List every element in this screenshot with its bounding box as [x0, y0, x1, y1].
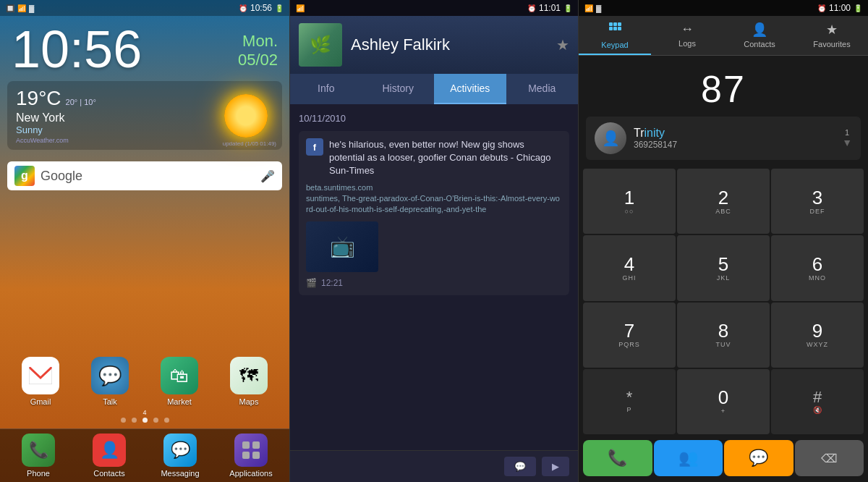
contact-status-left: 📶: [296, 4, 305, 12]
contact-badge-arrow: ▼: [842, 137, 852, 148]
wifi-icon: ▓: [29, 4, 34, 12]
gmail-label: Gmail: [30, 397, 51, 406]
tab-logs[interactable]: ↔ Logs: [651, 16, 723, 55]
key-7[interactable]: 7 PQRS: [583, 303, 676, 368]
applications-dock-item[interactable]: Applications: [216, 434, 286, 478]
key-9[interactable]: 9 WXYZ: [771, 303, 864, 368]
contact-screen: 📶 ⏰ 11:01 🔋 🌿 Ashley Falkirk ★ Info Hist…: [289, 0, 579, 482]
dot-2[interactable]: [132, 418, 137, 423]
status-right: ⏰ 10:56 🔋: [239, 3, 284, 13]
talk-label: Talk: [103, 397, 117, 406]
sim-icon: 🔲: [6, 4, 14, 12]
key-0[interactable]: 0 +: [677, 369, 770, 434]
dot-1[interactable]: [121, 418, 126, 423]
dialer-screen: 📶 ▓ ⏰ 11:00 🔋 Keypad ↔: [579, 0, 868, 482]
contact-preview-info: Trinity 369258147: [634, 127, 835, 150]
dot-3-active[interactable]: 4: [142, 418, 148, 423]
dot-badge: 4: [142, 409, 146, 416]
key-3[interactable]: 3 DEF: [771, 169, 864, 234]
tab-history[interactable]: History: [362, 74, 435, 104]
contact-badge-num: 1: [845, 128, 849, 137]
keypad-tab-label: Keypad: [601, 41, 628, 49]
contacts-dock-item[interactable]: 👤 Contacts: [74, 434, 145, 478]
call-button[interactable]: 📞: [583, 440, 652, 476]
weather-source: AccuWeather.com: [16, 137, 224, 144]
tab-keypad[interactable]: Keypad: [579, 16, 651, 55]
weather-condition: Sunny: [16, 124, 224, 135]
key-5[interactable]: 5 JKL: [677, 235, 770, 300]
weather-info: 19°C 20° | 10° New York Sunny AccuWeathe…: [16, 87, 224, 144]
talk-app-icon[interactable]: 💬 Talk: [77, 357, 143, 406]
key-9-sub: WXYZ: [807, 341, 828, 348]
comment-button[interactable]: 💬: [504, 457, 536, 476]
weather-updated: updated (1/05 01:49): [223, 140, 276, 147]
dialer-contacts-icon: 👥: [678, 449, 698, 468]
market-app-icon[interactable]: 🛍 Market: [146, 357, 213, 406]
google-search-text: Google: [41, 169, 255, 184]
keypad-tab-icon: [608, 22, 621, 38]
weather-temp: 19°C: [16, 87, 61, 110]
activity-thumbnail[interactable]: 📺: [306, 221, 378, 272]
thumbnail-image: 📺: [306, 221, 378, 272]
key-8[interactable]: 8 TUV: [677, 303, 770, 368]
key-2[interactable]: 2 ABC: [677, 169, 770, 234]
tab-media[interactable]: Media: [506, 74, 579, 104]
activity-card-header: f he's hilarious, even better now! New g…: [306, 138, 562, 178]
maps-app-icon[interactable]: 🗺 Maps: [216, 357, 282, 406]
key-7-sub: PQRS: [618, 341, 640, 348]
key-5-main: 5: [718, 255, 728, 274]
logs-tab-icon: ↔: [681, 22, 694, 37]
home-status-bar: 🔲 📶 ▓ ⏰ 10:56 🔋: [0, 0, 289, 16]
key-4-sub: GHI: [622, 274, 636, 282]
key-9-main: 9: [812, 321, 822, 340]
dot-5[interactable]: [164, 418, 169, 423]
contact-time: 11:01: [539, 3, 561, 13]
key-4[interactable]: 4 GHI: [583, 235, 676, 300]
favourites-tab-icon: ★: [826, 22, 838, 38]
battery-icon: 🔋: [275, 4, 284, 12]
market-label: Market: [167, 397, 192, 406]
message-button[interactable]: 💬: [724, 440, 793, 476]
key-6-main: 6: [812, 255, 822, 274]
tab-favourites[interactable]: ★ Favourites: [796, 16, 868, 55]
key-hash-main: #: [813, 389, 822, 405]
key-hash[interactable]: # 🔇: [771, 369, 864, 434]
key-8-sub: TUV: [716, 341, 731, 348]
favourites-tab-label: Favourites: [813, 40, 850, 48]
key-2-sub: ABC: [715, 208, 731, 215]
messaging-dock-item[interactable]: 💬 Messaging: [145, 434, 216, 478]
gmail-app-icon[interactable]: Gmail: [7, 357, 74, 406]
key-6[interactable]: 6 MNO: [771, 235, 864, 300]
weather-temp-range: 20° | 10°: [66, 98, 96, 106]
bottom-dock: 📞 Phone 👤 Contacts 💬 Messaging Applicati…: [0, 428, 289, 482]
contact-bottom-bar: 💬 ▶: [290, 450, 578, 482]
talk-icon: 💬: [91, 357, 129, 394]
key-1[interactable]: 1 ○○: [583, 169, 676, 234]
svg-rect-7: [618, 22, 621, 26]
maps-label: Maps: [239, 397, 259, 406]
contact-preview[interactable]: 👤 Trinity 369258147 1 ▼: [586, 117, 861, 160]
key-6-sub: MNO: [809, 274, 826, 282]
contact-preview-avatar-image: 👤: [595, 122, 626, 154]
contact-alarm-icon: ⏰: [527, 4, 536, 12]
phone-dock-item[interactable]: 📞 Phone: [3, 434, 74, 478]
backspace-icon: ⌫: [821, 452, 838, 465]
dot-4[interactable]: [153, 418, 158, 423]
tab-activities[interactable]: Activities: [434, 74, 506, 104]
clock-widget: 10:56 Mon. 05/02: [0, 16, 289, 78]
market-icon: 🛍: [161, 357, 198, 394]
key-star[interactable]: * P: [583, 369, 676, 434]
key-star-sub: P: [626, 406, 631, 413]
home-time: 10:56: [250, 3, 272, 13]
tab-contacts[interactable]: 👤 Contacts: [723, 16, 796, 55]
dialer-contacts-button[interactable]: 👥: [654, 440, 723, 476]
svg-rect-2: [252, 441, 260, 449]
page-dots: 4: [0, 412, 289, 428]
google-search-bar[interactable]: g Google 🎤: [7, 161, 282, 190]
tab-info[interactable]: Info: [290, 74, 362, 104]
share-button[interactable]: ▶: [542, 457, 569, 476]
contact-star-icon[interactable]: ★: [556, 36, 569, 54]
backspace-button[interactable]: ⌫: [795, 440, 864, 476]
mic-icon[interactable]: 🎤: [260, 169, 275, 183]
svg-rect-8: [609, 27, 613, 30]
